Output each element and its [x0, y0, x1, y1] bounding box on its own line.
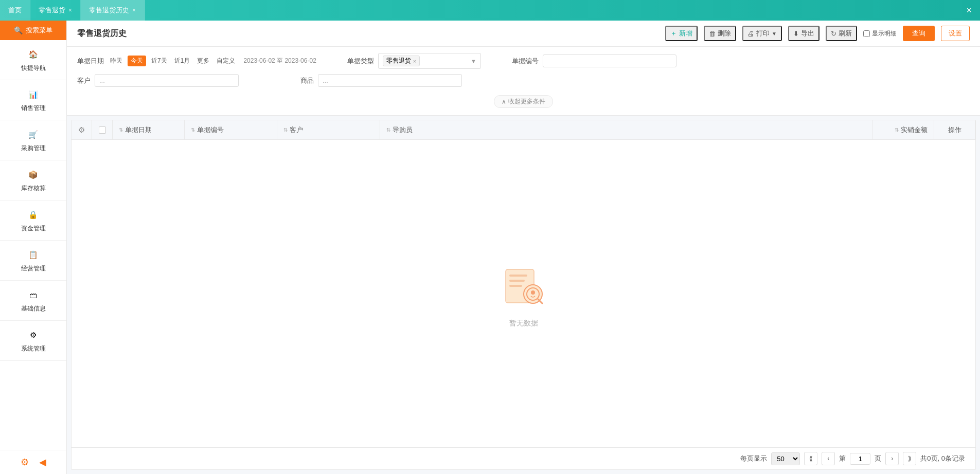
date-7days[interactable]: 近7天 [149, 56, 169, 66]
sidebar-item-base-info[interactable]: 🗃 基础信息 [0, 281, 66, 321]
tab-home[interactable]: 首页 [0, 0, 30, 21]
pagination: 每页显示 50 20 100 ⟪ ‹ 第 页 › ⟫ 共0页, 0条记录 [72, 447, 975, 469]
th-no: ⇅ 单据编号 [185, 120, 277, 139]
sidebar: 🔍 搜索菜单 🏠 快捷导航 📊 销售管理 🛒 采购管理 📦 库存核算 🔒 资金管… [0, 21, 67, 474]
page-header: 零售退货历史 ＋ 新增 🗑 删除 🖨 打印 ▼ ⬇ 导出 [67, 21, 980, 47]
sidebar-item-system-label: 系统管理 [21, 344, 46, 353]
th-customer: ⇅ 客户 [277, 120, 380, 139]
sidebar-item-quick-nav[interactable]: 🏠 快捷导航 [0, 40, 66, 80]
type-tag-close[interactable]: × [413, 58, 416, 64]
refresh-button[interactable]: ↻ 刷新 [826, 26, 857, 41]
sidebar-item-purchase-mgmt[interactable]: 🛒 采购管理 [0, 120, 66, 160]
empty-state: 暂无数据 [72, 140, 975, 447]
sort-customer-icon[interactable]: ⇅ [283, 127, 288, 133]
tab-retail-return-label: 零售退货 [39, 6, 65, 15]
tab-home-label: 首页 [8, 6, 22, 15]
customer-select[interactable]: ... [95, 74, 239, 87]
type-select[interactable]: 零售退货 × ▼ [378, 53, 481, 69]
date-filter-label: 单据日期 [77, 57, 104, 66]
refresh-icon: ↻ [831, 30, 836, 38]
page-size-select[interactable]: 50 20 100 [771, 452, 800, 465]
print-label: 打印 [756, 29, 770, 38]
number-input[interactable] [543, 54, 676, 67]
sidebar-search[interactable]: 🔍 搜索菜单 [0, 21, 66, 40]
page-number-input[interactable] [850, 453, 870, 465]
date-filter-options: 昨天 今天 近7天 近1月 更多 自定义 [108, 56, 237, 66]
export-button[interactable]: ⬇ 导出 [788, 26, 819, 41]
th-settings[interactable]: ⚙ [72, 120, 92, 139]
purchase-mgmt-icon: 🛒 [26, 127, 41, 142]
page-next-button[interactable]: › [885, 452, 899, 465]
sidebar-item-quick-nav-label: 快捷导航 [21, 64, 46, 72]
svg-rect-2 [509, 280, 525, 282]
collapse-label: 收起更多条件 [508, 97, 545, 106]
sidebar-item-operations[interactable]: 📋 经营管理 [0, 241, 66, 281]
sidebar-item-finance-label: 资金管理 [21, 224, 46, 233]
table-header: ⚙ ⇅ 单据日期 ⇅ 单据编号 ⇅ 客户 ⇅ [72, 120, 975, 140]
sort-date-icon[interactable]: ⇅ [119, 127, 123, 133]
page-unit: 页 [875, 454, 881, 463]
sidebar-item-sales-mgmt[interactable]: 📊 销售管理 [0, 80, 66, 120]
delete-icon: 🗑 [709, 30, 716, 38]
th-amount-label: 实销金额 [901, 125, 928, 135]
table-settings-icon[interactable]: ⚙ [78, 125, 85, 135]
operations-icon: 📋 [26, 248, 41, 262]
display-detail-checkbox[interactable] [863, 30, 870, 37]
sidebar-settings-button[interactable]: ⚙ [21, 457, 29, 468]
sort-guide-icon[interactable]: ⇅ [386, 127, 390, 133]
sidebar-item-inventory[interactable]: 📦 库存核算 [0, 160, 66, 200]
sort-amount-icon[interactable]: ⇅ [895, 127, 899, 133]
goods-select[interactable]: ... [318, 74, 462, 87]
page-prev-button[interactable]: ‹ [822, 452, 835, 465]
date-more[interactable]: 更多 [195, 56, 211, 66]
date-custom[interactable]: 自定义 [215, 56, 237, 66]
delete-button[interactable]: 🗑 删除 [704, 26, 736, 41]
page-first-button[interactable]: ⟪ [804, 452, 817, 465]
th-customer-label: 客户 [290, 125, 303, 135]
sales-mgmt-icon: 📊 [26, 87, 41, 102]
type-filter: 单据类型 零售退货 × ▼ [347, 53, 481, 69]
collapse-bar: ∧ 收起更多条件 [77, 92, 970, 109]
customer-placeholder: ... [99, 77, 105, 84]
print-button[interactable]: 🖨 打印 ▼ [742, 26, 782, 41]
refresh-label: 刷新 [839, 29, 852, 38]
sort-no-icon[interactable]: ⇅ [191, 127, 195, 133]
new-label: 新增 [679, 29, 692, 38]
sidebar-item-inventory-label: 库存核算 [21, 184, 46, 193]
window-close-button[interactable]: × [958, 5, 980, 16]
tab-retail-return-history-label: 零售退货历史 [89, 6, 129, 15]
date-yesterday[interactable]: 昨天 [108, 56, 124, 66]
new-icon: ＋ [670, 29, 677, 38]
sidebar-item-system[interactable]: ⚙ 系统管理 [0, 321, 66, 361]
sidebar-item-sales-mgmt-label: 销售管理 [21, 104, 46, 113]
tab-retail-return[interactable]: 零售退货 × [30, 0, 81, 21]
collapse-icon: ∧ [502, 98, 506, 105]
number-filter-label: 单据编号 [512, 57, 539, 66]
th-action-label: 操作 [948, 125, 961, 135]
date-1month[interactable]: 近1月 [172, 56, 192, 66]
select-all-checkbox[interactable] [99, 126, 106, 134]
sidebar-collapse-button[interactable]: ◀ [39, 457, 46, 468]
page-last-button[interactable]: ⟫ [903, 452, 916, 465]
th-check[interactable] [92, 120, 113, 139]
new-button[interactable]: ＋ 新增 [665, 26, 698, 41]
tab-retail-return-close[interactable]: × [68, 7, 72, 14]
collapse-button[interactable]: ∧ 收起更多条件 [494, 95, 553, 108]
sidebar-item-finance[interactable]: 🔒 资金管理 [0, 200, 66, 241]
top-bar: 首页 零售退货 × 零售退货历史 × × [0, 0, 980, 21]
svg-rect-3 [509, 285, 522, 287]
export-label: 导出 [801, 29, 814, 38]
goods-placeholder: ... [323, 77, 328, 84]
tab-retail-return-history[interactable]: 零售退货历史 × [81, 0, 145, 21]
settings-button[interactable]: 设置 [941, 26, 970, 41]
th-guide: ⇅ 导购员 [380, 120, 872, 139]
display-detail-toggle[interactable]: 显示明细 [863, 29, 897, 38]
query-button[interactable]: 查询 [903, 26, 935, 41]
tab-retail-return-history-close[interactable]: × [132, 7, 136, 14]
empty-text: 暂无数据 [509, 319, 538, 328]
page-title: 零售退货历史 [77, 28, 127, 39]
display-detail-label: 显示明细 [872, 29, 897, 38]
date-today[interactable]: 今天 [128, 56, 146, 66]
type-select-arrow-icon: ▼ [471, 58, 476, 64]
filter-row-1: 单据日期 昨天 今天 近7天 近1月 更多 自定义 2023-06-02 至 2… [77, 53, 970, 69]
